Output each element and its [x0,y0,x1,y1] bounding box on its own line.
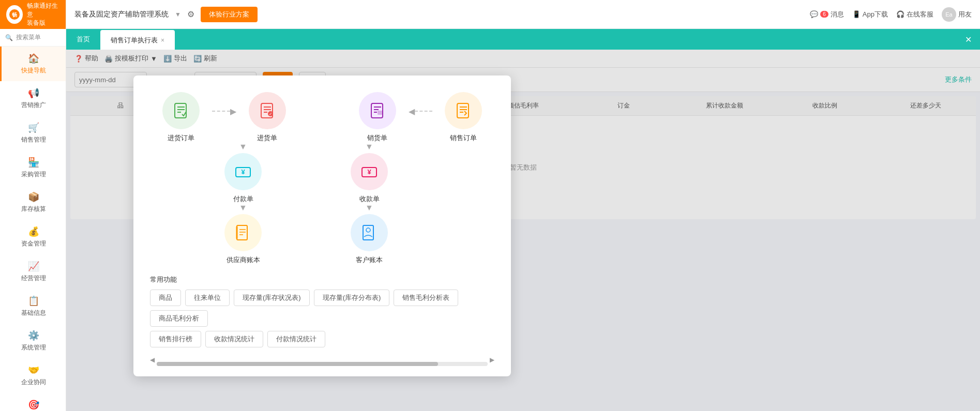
supplier-account-label: 供应商账本 [227,255,260,265]
receipt-bill-circle: ¥ [351,153,388,190]
sidebar-item-label: 经营管理 [21,274,46,283]
scroll-left-icon[interactable]: ◀ [150,356,155,363]
purchase-bill-node: ✓ 进货单 [236,92,298,143]
inventory-icon: 📦 [28,191,39,203]
sales-order-label: 销售订单 [450,133,477,143]
enterprise-icon: 🤝 [28,364,39,376]
purchase-order-circle [162,92,200,129]
basic-info-icon: 📋 [28,295,39,307]
sidebar-nav: 🏠 快捷导航 📢 营销推广 🛒 销售管理 🏪 采购管理 📦 库存核算 💰 [0,47,66,411]
sidebar-item-label: 采购管理 [21,170,46,179]
operation-icon: 📈 [28,261,39,272]
search-icon: 🔍 [5,34,13,41]
message-label: 消息 [831,10,844,19]
svg-text:¥: ¥ [241,168,245,176]
workflow-popup: 进货订单 ▶ [133,75,511,376]
marketing-icon: 📢 [28,87,39,99]
top-header: 装备及固定资产辅助管理系统 ▼ ⚙ 体验行业方案 💬 6 消息 📱 App下载 … [66,0,980,29]
sidebar-item-sales[interactable]: 🛒 销售管理 [0,116,66,150]
app-download-icon: 📱 [852,10,861,18]
sidebar-item-quick-nav[interactable]: 🏠 快捷导航 [0,47,66,81]
app-download-item[interactable]: 📱 App下载 [852,10,888,19]
sidebar-item-finance[interactable]: 💰 资金管理 [0,220,66,254]
sidebar-item-label: 快捷导航 [21,66,46,75]
tab-bar-close-icon[interactable]: ✕ [965,35,972,44]
scroll-right-icon[interactable]: ▶ [490,356,494,363]
svg-rect-30 [363,225,373,240]
sidebar-item-label: 企业协同 [21,378,46,387]
dropdown-icon[interactable]: ▼ [175,11,181,18]
sidebar-item-label: 销售管理 [21,135,46,144]
supplier-account-node: 供应商账本 [212,214,274,265]
sidebar-item-guide[interactable]: 🎯 新手引导 [0,393,66,411]
sidebar-item-system[interactable]: ⚙️ 系统管理 [0,324,66,358]
func-btn-inventory-status[interactable]: 现存量(库存状况表) [234,290,310,306]
func-btn-inventory-dist[interactable]: 现存量(库存分布表) [314,290,390,306]
tab-home[interactable]: 首页 [66,29,100,50]
online-service-label: 在线客服 [907,10,933,19]
logo-text: 畅康通好生意 装备版 [27,2,59,27]
online-service-item[interactable]: 🎧 在线客服 [896,10,933,19]
func-btn-collection-stats[interactable]: 收款情况统计 [205,331,263,347]
user-item[interactable]: Ea 用友 [942,7,972,22]
settings-icon[interactable]: ⚙ [187,9,194,19]
func-btn-sales-profit-analysis[interactable]: 销售毛利分析表 [394,290,458,306]
common-functions-title: 常用功能 [150,275,494,284]
supplier-account-circle [224,214,262,251]
sidebar-item-label: 系统管理 [21,343,46,352]
trial-button[interactable]: 体验行业方案 [201,7,258,22]
svg-text:畅: 畅 [12,12,17,18]
tab-bar: 首页 销售订单执行表 × ✕ [66,29,980,50]
sidebar-item-enterprise[interactable]: 🤝 企业协同 [0,358,66,393]
search-menu[interactable]: 🔍 搜索菜单 [0,29,66,47]
tab-close-icon[interactable]: × [161,37,164,44]
guide-icon: 🎯 [28,399,39,410]
customer-account-label: 客户账本 [356,255,383,265]
content-area: ❓ 帮助 🖨️ 按模板打印 ▼ ⬇️ 导出 🔄 刷新 [66,50,980,411]
message-item[interactable]: 💬 6 消息 [810,10,844,19]
sidebar-item-label: 资金管理 [21,239,46,248]
system-title: 装备及固定资产辅助管理系统 [74,10,169,19]
sidebar-item-marketing[interactable]: 📢 营销推广 [0,81,66,116]
sales-order-node: 销售订单 [432,92,494,143]
message-badge: 6 [820,11,828,18]
avatar: Ea [942,7,956,22]
header-right: 💬 6 消息 📱 App下载 🎧 在线客服 Ea 用友 [810,7,972,22]
func-buttons-row1: 商品 往来单位 现存量(库存状况表) 现存量(库存分布表) 销售毛利分析表 商品… [150,290,494,327]
purchase-order-label: 进货订单 [168,133,194,143]
sidebar: 畅 畅康通好生意 装备版 🔍 搜索菜单 🏠 快捷导航 📢 营销推广 🛒 [0,0,66,411]
sidebar-item-inventory[interactable]: 📦 库存核算 [0,185,66,220]
online-service-icon: 🎧 [896,10,904,18]
sales-bill-node: 销货单 [346,92,409,143]
tab-home-label: 首页 [77,35,90,44]
purchase-icon: 🏪 [28,157,39,168]
scrollbar-thumb [157,362,438,366]
payment-bill-label: 付款单 [233,194,253,204]
sidebar-item-operation[interactable]: 📈 经营管理 [0,254,66,289]
func-btn-sales-ranking[interactable]: 销售排行榜 [150,331,201,347]
func-btn-payment-stats[interactable]: 付款情况统计 [267,331,325,347]
finance-icon: 💰 [28,226,39,237]
user-label: 用友 [958,10,972,19]
svg-text:✓: ✓ [268,112,272,116]
func-btn-partner[interactable]: 往来单位 [185,290,230,306]
func-btn-product-profit[interactable]: 商品毛利分析 [150,310,208,327]
sidebar-item-label: 基础信息 [21,309,46,317]
sidebar-item-purchase[interactable]: 🏪 采购管理 [0,150,66,185]
sidebar-item-basic-info[interactable]: 📋 基础信息 [0,289,66,324]
popup-scrollbar[interactable] [157,362,488,366]
svg-rect-25 [237,225,247,240]
quick-nav-icon: 🏠 [28,53,39,64]
main-content: 装备及固定资产辅助管理系统 ▼ ⚙ 体验行业方案 💬 6 消息 📱 App下载 … [66,0,980,411]
sales-bill-label: 销货单 [367,133,387,143]
workflow-diagram: 进货订单 ▶ [150,92,494,265]
func-btn-product[interactable]: 商品 [150,290,181,306]
payment-bill-circle: ¥ [224,153,262,190]
svg-point-31 [366,228,370,232]
system-icon: ⚙️ [28,330,39,341]
message-icon: 💬 [810,10,818,18]
tab-sales-order[interactable]: 销售订单执行表 × [100,30,175,51]
svg-rect-16 [378,111,383,115]
sales-icon: 🛒 [28,122,39,133]
logo-icon: 畅 [6,5,23,24]
